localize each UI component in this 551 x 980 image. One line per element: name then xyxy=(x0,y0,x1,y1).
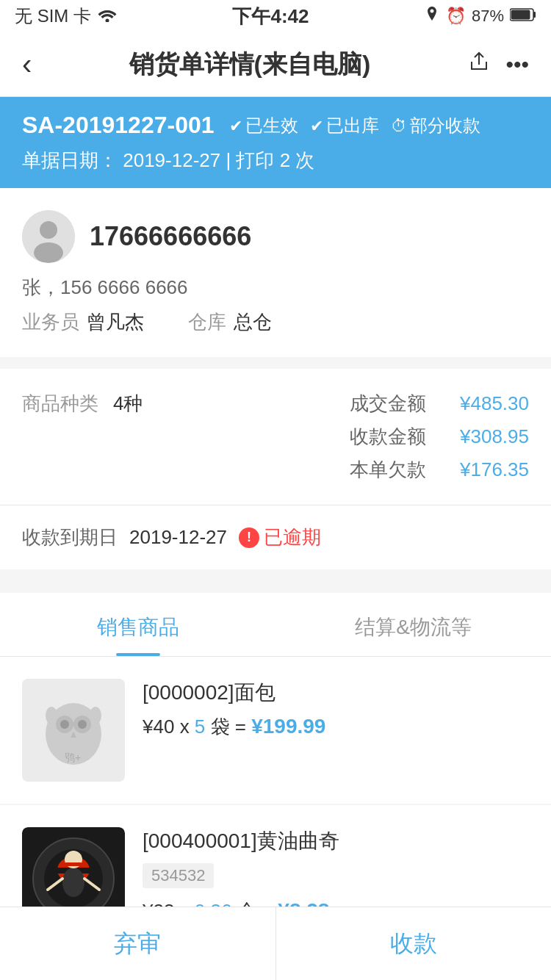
tabs-section: 销售商品 结算&物流等 xyxy=(0,593,551,657)
due-date-value: 2019-12-27 xyxy=(129,526,227,549)
status-left: 无 SIM 卡 xyxy=(15,4,118,28)
amount-value: ¥485.30 xyxy=(441,392,529,415)
stats-row: 商品种类 4种 成交金额 ¥485.30 收款金额 ¥308.95 本单欠款 ¥… xyxy=(22,391,529,483)
bottom-bar: 弃审 收款 xyxy=(0,907,551,980)
overdue-icon: ! xyxy=(239,527,259,548)
amount-label: 成交金额 xyxy=(350,391,426,417)
payment-label: 收款金额 xyxy=(350,424,426,450)
warehouse-value: 总仓 xyxy=(234,309,272,335)
svg-point-15 xyxy=(90,707,101,724)
price-base-1: ¥40 xyxy=(143,716,174,738)
amounts: 成交金额 ¥485.30 收款金额 ¥308.95 本单欠款 ¥176.35 xyxy=(350,391,529,483)
total-1: ¥199.99 xyxy=(251,715,325,738)
salesperson-label: 业务员 xyxy=(22,309,79,335)
status-right: ⏰ 87% xyxy=(424,6,536,26)
customer-detail: 张，156 6666 6666 xyxy=(22,275,529,300)
svg-point-0 xyxy=(106,19,109,23)
salesperson-value: 曾凡杰 xyxy=(87,309,144,335)
more-icon[interactable]: ••• xyxy=(505,52,529,77)
svg-point-6 xyxy=(34,242,63,263)
customer-section: 17666666666 张，156 6666 6666 业务员 曾凡杰 仓库 总… xyxy=(0,188,551,357)
customer-id: 17666666666 xyxy=(90,221,251,252)
tab-sales-products[interactable]: 销售商品 xyxy=(0,593,276,656)
product-name-2: [000400001]黄油曲奇 xyxy=(143,827,529,855)
battery-icon xyxy=(510,7,536,26)
svg-point-14 xyxy=(46,707,57,724)
product-types-value: 4种 xyxy=(113,391,143,417)
divider-2 xyxy=(0,569,551,581)
status-badges: 已生效 已出库 部分收款 xyxy=(229,114,480,137)
customer-meta: 业务员 曾凡杰 仓库 总仓 xyxy=(22,309,529,335)
cancel-review-button[interactable]: 弃审 xyxy=(0,907,276,980)
svg-point-12 xyxy=(78,720,87,729)
svg-rect-24 xyxy=(65,862,82,866)
svg-point-11 xyxy=(60,720,69,729)
badge-partial: 部分收款 xyxy=(391,114,480,137)
badge-shipped: 已出库 xyxy=(310,114,379,137)
debt-label: 本单欠款 xyxy=(350,457,426,483)
avatar xyxy=(22,210,75,263)
product-name-1: [0000002]面包 xyxy=(143,679,529,707)
unit-1: 袋 xyxy=(211,716,230,738)
warehouse-item: 仓库 总仓 xyxy=(188,309,272,335)
tabs-row: 销售商品 结算&物流等 xyxy=(0,593,551,656)
product-info-1: [0000002]面包 ¥40 x 5 袋 = ¥199.99 xyxy=(143,679,529,740)
order-date-value: 2019-12-27 xyxy=(123,149,220,171)
payment-button[interactable]: 收款 xyxy=(276,907,552,980)
status-bar: 无 SIM 卡 下午4:42 ⏰ 87% xyxy=(0,0,551,32)
battery-text: 87% xyxy=(472,7,504,26)
back-button[interactable]: ‹ xyxy=(22,48,32,81)
order-id: SA-20191227-001 xyxy=(22,112,215,139)
print-info: | 打印 2 次 xyxy=(226,149,314,171)
wifi-icon xyxy=(97,6,118,26)
divider-1 xyxy=(0,357,551,369)
due-label: 收款到期日 xyxy=(22,525,118,550)
location-icon xyxy=(424,6,440,26)
check-icon-2 xyxy=(310,115,323,136)
svg-point-22 xyxy=(62,868,84,897)
product-sku-2: 534532 xyxy=(143,863,214,888)
order-date-row: 单据日期： 2019-12-27 | 打印 2 次 xyxy=(22,148,529,173)
amount-item: 成交金额 ¥485.30 xyxy=(350,391,529,417)
quantity-1: 5 xyxy=(195,716,205,738)
product-price-1: ¥40 x 5 袋 = ¥199.99 xyxy=(143,714,529,740)
badge-effective: 已生效 xyxy=(229,114,298,137)
warehouse-label: 仓库 xyxy=(188,309,226,335)
order-header: SA-20191227-001 已生效 已出库 部分收款 单据日期： 2019-… xyxy=(0,97,551,188)
payment-item: 收款金额 ¥308.95 xyxy=(350,424,529,450)
customer-row: 17666666666 xyxy=(22,210,529,263)
clock-icon xyxy=(391,115,407,136)
nav-bar: ‹ 销货单详情(来自电脑) ••• xyxy=(0,32,551,97)
status-time: 下午4:42 xyxy=(232,4,309,29)
carrier-text: 无 SIM 卡 xyxy=(15,4,91,28)
stats-section: 商品种类 4种 成交金额 ¥485.30 收款金额 ¥308.95 本单欠款 ¥… xyxy=(0,369,551,505)
product-image-1: 鸮+ xyxy=(22,679,125,782)
alarm-icon: ⏰ xyxy=(446,7,466,26)
tab-settlement[interactable]: 结算&物流等 xyxy=(276,593,551,656)
nav-right: ••• xyxy=(467,50,529,79)
svg-rect-2 xyxy=(533,12,536,18)
check-icon-1 xyxy=(229,115,242,136)
due-section: 收款到期日 2019-12-27 ! 已逾期 xyxy=(0,505,551,569)
nav-left: ‹ xyxy=(22,48,32,81)
svg-text:鸮+: 鸮+ xyxy=(65,752,81,763)
svg-rect-3 xyxy=(511,10,530,20)
product-card-1: 鸮+ [0000002]面包 ¥40 x 5 袋 = ¥199.99 xyxy=(0,657,551,804)
debt-value: ¥176.35 xyxy=(441,458,529,481)
svg-point-5 xyxy=(40,221,57,239)
overdue-badge: ! 已逾期 xyxy=(239,525,321,550)
product-types: 商品种类 4种 xyxy=(22,391,143,417)
product-types-label: 商品种类 xyxy=(22,391,98,417)
salesperson-item: 业务员 曾凡杰 xyxy=(22,309,144,335)
payment-value: ¥308.95 xyxy=(441,425,529,448)
date-label: 单据日期： xyxy=(22,149,118,171)
page-title: 销货单详情(来自电脑) xyxy=(129,48,371,82)
debt-item: 本单欠款 ¥176.35 xyxy=(350,457,529,483)
share-icon[interactable] xyxy=(467,50,491,79)
overdue-text: 已逾期 xyxy=(264,525,321,550)
